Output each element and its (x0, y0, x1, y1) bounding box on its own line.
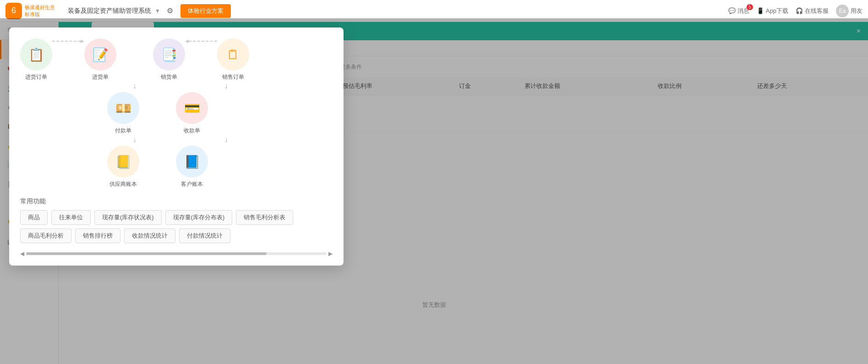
settings-icon[interactable]: ⚙ (167, 6, 173, 15)
receipt-label: 收款单 (184, 127, 200, 135)
scrollbar-track (59, 252, 327, 255)
flow-row-arrows2: ↓ ↓ (59, 136, 254, 144)
purchase-bill-circle: 📝 (84, 38, 116, 71)
common-functions-title: 常用功能 (59, 197, 333, 206)
arrow-left-icon-1: ◀ (185, 38, 189, 43)
avatar: Ea (836, 5, 849, 17)
flow-row-2: 💴 付款单 💳 收款单 (59, 92, 208, 135)
flow-row-1: 📋 进货订单 ▶ (59, 38, 249, 81)
customer-label: 客户账本 (181, 180, 203, 188)
down-arrow-receipt: ↓ (199, 136, 254, 144)
logo-area: 6 畅康通好生意 标准版 (5, 3, 64, 19)
flow-row-3: 📒 供应商账本 📘 客户账本 (59, 146, 208, 188)
sales-bill-circle: 📑 (153, 38, 185, 71)
flow-node-receipt[interactable]: 💳 收款单 (176, 92, 208, 135)
app-download-btn[interactable]: 📱 App下载 (757, 7, 788, 15)
flow-arrow-left-1: ◀ (185, 38, 217, 53)
message-btn[interactable]: 💬 消息 5 (728, 7, 749, 15)
receipt-icon: 💳 (184, 101, 200, 116)
modal-overlay: 📋 进货订单 ▶ (59, 22, 868, 364)
common-btn-现存量(库存分布表)[interactable]: 现存量(库存分布表) (165, 210, 233, 225)
down-arrow-payment-icon: ↓ (133, 136, 136, 144)
logo-icon: 6 (5, 3, 22, 19)
modal-dialog: 📋 进货订单 ▶ (59, 27, 344, 266)
common-btn-往来单位[interactable]: 往来单位 (59, 210, 91, 225)
payment-label: 付款单 (115, 127, 131, 135)
down-arrow-payment: ↓ (107, 136, 162, 144)
modal-scrollbar: ◀ ▶ (59, 250, 333, 257)
flow-section: 📋 进货订单 ▶ (59, 38, 333, 188)
down-arrow-purchase-bill: ↓ (107, 82, 162, 90)
sales-order-circle: 🗒 (217, 38, 249, 71)
online-service-label: 在线客服 (805, 7, 829, 15)
down-arrow-receipt-icon: ↓ (224, 136, 228, 144)
common-btn-销售排行榜[interactable]: 销售排行榜 (75, 228, 120, 243)
customer-icon: 📘 (184, 154, 200, 169)
down-arrow-sales-bill: ↓ (199, 82, 254, 90)
purchase-bill-icon: 📝 (93, 47, 109, 62)
service-icon: 🎧 (796, 7, 803, 14)
app-title-area: 装备及固定资产辅助管理系统 ▼ ⚙ (68, 6, 173, 15)
flow-arrow-right-1: ▶ (59, 38, 84, 53)
supplier-label: 供应商账本 (109, 180, 137, 188)
app-dropdown-icon[interactable]: ▼ (155, 8, 160, 14)
sales-bill-label: 销货单 (161, 73, 177, 81)
sales-order-label: 销售订单 (222, 73, 244, 81)
flow-row-arrows: ↓ ↓ (59, 82, 254, 90)
common-btn-商品毛利分析[interactable]: 商品毛利分析 (59, 228, 71, 243)
flow-node-customer-account[interactable]: 📘 客户账本 (176, 146, 208, 188)
common-btn-付款情况统计[interactable]: 付款情况统计 (179, 228, 230, 243)
flow-node-sales-order[interactable]: 🗒 销售订单 (217, 38, 249, 81)
payment-icon: 💴 (115, 101, 131, 116)
payment-circle: 💴 (107, 92, 139, 124)
trial-btn[interactable]: 体验行业方案 (180, 4, 231, 18)
user-btn[interactable]: Ea 用友 (836, 5, 863, 17)
down-arrow-purchase-icon: ↓ (133, 82, 136, 90)
customer-circle: 📘 (176, 146, 208, 178)
down-arrow-sales-icon: ↓ (224, 82, 228, 90)
user-label: 用友 (851, 7, 863, 15)
arrow-right-icon-1: ▶ (81, 38, 84, 43)
flow-node-purchase-bill[interactable]: 📝 进货单 (84, 38, 116, 81)
top-right: 💬 消息 5 📱 App下载 🎧 在线客服 Ea 用友 (728, 5, 863, 17)
message-icon: 💬 (728, 7, 736, 14)
flow-node-sales-bill[interactable]: 📑 销货单 (153, 38, 185, 81)
common-btn-销售毛利分析表[interactable]: 销售毛利分析表 (236, 210, 293, 225)
download-icon: 📱 (757, 7, 764, 14)
supplier-circle: 📒 (107, 146, 139, 178)
purchase-bill-label: 进货单 (92, 73, 109, 81)
content-area: 首页 销售订单执行表 × × ❓ 帮助 🖨 (59, 22, 868, 364)
scrollbar-thumb (59, 252, 267, 255)
sales-bill-icon: 📑 (161, 47, 177, 62)
supplier-icon: 📒 (115, 154, 131, 169)
common-functions-section: 常用功能 商品往来单位现存量(库存状况表)现存量(库存分布表)销售毛利分析表商品… (59, 197, 333, 243)
online-service-btn[interactable]: 🎧 在线客服 (796, 7, 829, 15)
common-buttons-container: 商品往来单位现存量(库存状况表)现存量(库存分布表)销售毛利分析表商品毛利分析销… (59, 210, 333, 243)
flow-node-supplier-account[interactable]: 📒 供应商账本 (107, 146, 139, 188)
scroll-right-btn[interactable]: ▶ (328, 250, 333, 257)
main-area: 🔍 搜索菜单 ⊞快捷导航📢营销推广🛒销售管理🛍采购管理📦库存核算💰资金管理📊经营… (0, 22, 868, 364)
common-btn-现存量(库存状况表)[interactable]: 现存量(库存状况表) (94, 210, 162, 225)
common-btn-收款情况统计[interactable]: 收款情况统计 (124, 228, 175, 243)
app-title-text: 装备及固定资产辅助管理系统 (68, 7, 151, 15)
logo-text: 畅康通好生意 标准版 (25, 4, 55, 17)
sales-order-icon: 🗒 (227, 47, 240, 62)
app-container: 6 畅康通好生意 标准版 装备及固定资产辅助管理系统 ▼ ⚙ 体验行业方案 💬 … (0, 0, 868, 364)
app-download-label: App下载 (766, 7, 788, 15)
receipt-circle: 💳 (176, 92, 208, 124)
message-badge: 5 (747, 4, 753, 10)
flow-node-payment[interactable]: 💴 付款单 (107, 92, 139, 135)
